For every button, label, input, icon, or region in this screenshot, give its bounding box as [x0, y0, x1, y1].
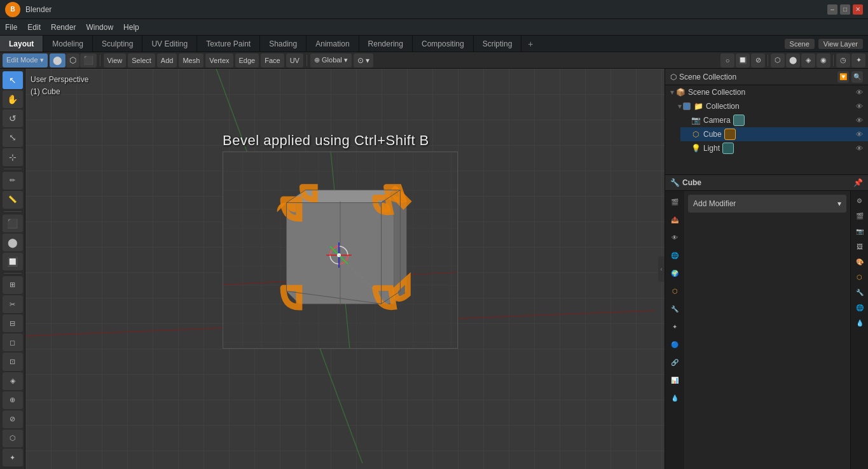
- mini-btn-1[interactable]: ⚙: [853, 193, 867, 207]
- select-box-btn[interactable]: ⬛: [3, 214, 23, 232]
- maximize-button[interactable]: □: [840, 4, 850, 15]
- magnet-icon[interactable]: ⊘: [751, 53, 765, 67]
- overlay-btn[interactable]: ◷: [836, 53, 850, 67]
- cube-eye[interactable]: 👁: [856, 130, 863, 138]
- tab-compositing[interactable]: Compositing: [413, 36, 474, 52]
- collection-eye[interactable]: 👁: [856, 102, 863, 110]
- camera-eye[interactable]: 👁: [856, 116, 863, 124]
- tab-uv-editing[interactable]: UV Editing: [142, 36, 197, 52]
- shading-material[interactable]: ◉: [816, 53, 830, 67]
- merge-btn[interactable]: ⊕: [3, 391, 23, 409]
- outliner-scene-collection[interactable]: ▾ 📦 Scene Collection 👁: [665, 85, 868, 99]
- prop-render-icon[interactable]: 🎬: [666, 193, 683, 210]
- mini-btn-8[interactable]: 🌐: [853, 300, 867, 314]
- mesh-menu[interactable]: Mesh: [179, 53, 203, 67]
- vertex-menu[interactable]: Vertex: [205, 53, 233, 67]
- outliner-camera[interactable]: ▸ 📷 Camera 👁: [680, 113, 868, 127]
- outliner-light[interactable]: ▸ 💡 Light 👁: [680, 141, 868, 155]
- prop-world-icon[interactable]: 🌍: [666, 265, 683, 281]
- cursor-tool-btn[interactable]: ↖: [3, 71, 23, 89]
- minimize-button[interactable]: –: [827, 4, 837, 15]
- bisect-btn[interactable]: ⊟: [3, 314, 23, 332]
- prop-scene-icon[interactable]: 🌐: [666, 247, 683, 263]
- mini-btn-7[interactable]: 🔧: [853, 285, 867, 299]
- view-layer-selector[interactable]: View Layer: [818, 39, 863, 49]
- select-menu[interactable]: Select: [128, 53, 155, 67]
- shading-rendered[interactable]: ◈: [801, 53, 815, 67]
- prop-data-icon[interactable]: 📊: [666, 372, 683, 388]
- prop-material-icon[interactable]: 💧: [666, 389, 683, 406]
- shading-wire[interactable]: ⬡: [771, 53, 785, 67]
- knife-tool-btn[interactable]: ✂: [3, 295, 23, 313]
- shrink-btn[interactable]: ✦: [3, 449, 23, 466]
- add-modifier-button[interactable]: Add Modifier ▾: [688, 195, 846, 213]
- inset-btn[interactable]: ⊡: [3, 353, 23, 370]
- snap-toggle[interactable]: 🔲: [736, 53, 750, 67]
- tab-modeling[interactable]: Modeling: [43, 36, 93, 52]
- prop-modifier-icon[interactable]: 🔧: [666, 300, 683, 317]
- prop-constraints-icon[interactable]: 🔗: [666, 354, 683, 370]
- annotate-tool-btn[interactable]: ✏: [3, 172, 23, 190]
- tab-texture-paint[interactable]: Texture Paint: [197, 36, 260, 52]
- outliner-filter-icon[interactable]: 🔽: [837, 71, 849, 83]
- prop-particles-icon[interactable]: ✦: [666, 318, 683, 335]
- menu-file[interactable]: File: [5, 23, 17, 32]
- viewport-expand-handle[interactable]: ‹: [658, 256, 665, 282]
- edge-menu[interactable]: Edge: [235, 53, 259, 67]
- menu-window[interactable]: Window: [86, 23, 113, 32]
- tab-add[interactable]: +: [521, 36, 539, 52]
- scene-collection-eye[interactable]: 👁: [856, 88, 863, 96]
- props-pin-icon[interactable]: 📌: [853, 178, 863, 187]
- move-tool-btn[interactable]: ✋: [3, 90, 23, 108]
- add-menu[interactable]: Add: [157, 53, 177, 67]
- scene-selector[interactable]: Scene: [785, 39, 815, 49]
- smooth-btn[interactable]: ⬡: [3, 430, 23, 447]
- light-eye[interactable]: 👁: [856, 144, 863, 152]
- spin-btn[interactable]: ⊘: [3, 410, 23, 428]
- transform-selector[interactable]: ⊕ Global ▾: [310, 53, 352, 67]
- mini-btn-5[interactable]: 🎨: [853, 255, 867, 269]
- shading-solid[interactable]: ⬤: [786, 53, 800, 67]
- prop-output-icon[interactable]: 📤: [666, 211, 683, 228]
- face-menu[interactable]: Face: [261, 53, 284, 67]
- viewport-area[interactable]: User Perspective (1) Cube Bevel applied …: [25, 69, 665, 469]
- gizmo-btn[interactable]: ✦: [851, 53, 865, 67]
- collection-checkbox[interactable]: [683, 102, 691, 110]
- outliner-search-icon[interactable]: 🔍: [851, 71, 863, 83]
- mini-btn-3[interactable]: 📷: [853, 224, 867, 238]
- mini-btn-4[interactable]: 🖼: [853, 239, 867, 253]
- scale-tool-btn[interactable]: ⤡: [3, 129, 23, 146]
- tab-scripting[interactable]: Scripting: [474, 36, 522, 52]
- mini-btn-6[interactable]: ⬡: [853, 270, 867, 284]
- prop-object-icon[interactable]: ⬡: [666, 283, 683, 299]
- prop-view-icon[interactable]: 👁: [666, 229, 683, 246]
- extrude-btn[interactable]: ◻: [3, 333, 23, 351]
- select-circle-btn[interactable]: ⬤: [3, 234, 23, 251]
- tab-sculpting[interactable]: Sculpting: [93, 36, 142, 52]
- menu-edit[interactable]: Edit: [27, 23, 41, 32]
- menu-help[interactable]: Help: [123, 23, 139, 32]
- select-lasso-btn[interactable]: 🔲: [3, 253, 23, 270]
- tab-shading[interactable]: Shading: [260, 36, 307, 52]
- loop-cut-btn[interactable]: ⊞: [3, 276, 23, 294]
- outliner-cube[interactable]: ▸ ⬡ Cube 👁: [680, 127, 868, 141]
- pivot-selector[interactable]: ⊙ ▾: [354, 53, 373, 67]
- tab-layout[interactable]: Layout: [0, 36, 43, 52]
- menu-render[interactable]: Render: [51, 23, 76, 32]
- close-button[interactable]: ✕: [853, 4, 863, 15]
- edge-select[interactable]: ⬡: [66, 53, 79, 67]
- mini-btn-9[interactable]: 💧: [853, 316, 867, 330]
- measure-tool-btn[interactable]: 📏: [3, 191, 23, 209]
- outliner-collection[interactable]: ▾ 📁 Collection 👁: [673, 99, 868, 113]
- view-menu[interactable]: View: [104, 53, 127, 67]
- transform-tool-btn[interactable]: ⊹: [3, 148, 23, 166]
- face-select[interactable]: ⬛: [80, 53, 97, 67]
- prop-physics-icon[interactable]: 🔵: [666, 336, 683, 353]
- rotate-tool-btn[interactable]: ↺: [3, 109, 23, 127]
- bevel-btn[interactable]: ◈: [3, 372, 23, 390]
- tab-animation[interactable]: Animation: [307, 36, 359, 52]
- uv-menu[interactable]: UV: [286, 53, 303, 67]
- mode-selector[interactable]: Edit Mode ▾: [3, 53, 48, 67]
- tab-rendering[interactable]: Rendering: [359, 36, 413, 52]
- proportional-edit[interactable]: ○: [720, 53, 734, 67]
